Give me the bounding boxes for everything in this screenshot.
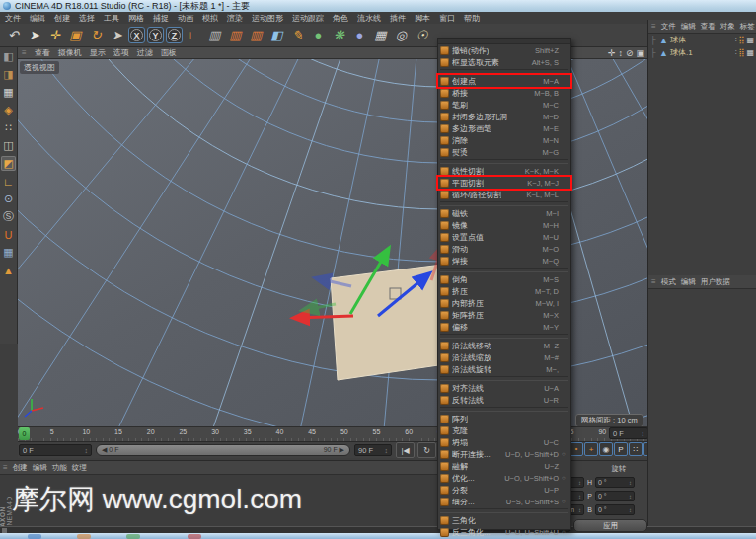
context-menu-item[interactable]: 设置点值 M~U ○ (438, 231, 570, 243)
toolbar-icon[interactable]: ● (350, 26, 369, 44)
object-name[interactable]: 球体.1 (670, 47, 693, 58)
toolbar-icon[interactable]: ↶ (4, 26, 23, 44)
menu-bar-item[interactable]: 捕捉 (153, 13, 169, 24)
mode-toolbar-icon[interactable]: ▦ (1, 85, 16, 100)
toolbar-icon[interactable]: ✛ (45, 26, 64, 44)
toolbar-icon[interactable]: ◧ (267, 26, 286, 44)
menu-bar-item[interactable]: 帮助 (464, 13, 480, 24)
context-menu-item[interactable]: 滑动 M~O ○ (438, 243, 570, 255)
context-menu-item[interactable]: 镜像 M~H ○ (438, 219, 570, 231)
viewport-panel-icon[interactable]: ≡ (22, 48, 27, 57)
toolbar-icon[interactable]: ● (309, 26, 328, 44)
context-menu-item[interactable]: 磁铁 M~I ○ (438, 207, 570, 219)
object-row[interactable]: ├ ▲ 球体 ∶ ⣿ ▦ (648, 34, 756, 46)
toolbar-icon[interactable]: ▦ (371, 26, 390, 44)
context-menu-item[interactable]: 沿法线移动 M~Z ○ (438, 340, 570, 351)
toolbar-icon[interactable]: ↻ (87, 26, 106, 44)
menu-bar-item[interactable]: 选择 (79, 13, 95, 24)
record-icon[interactable]: ∷ (629, 442, 643, 456)
context-menu-item[interactable]: 三角化 ○ (438, 514, 570, 526)
mm-menu-function[interactable]: 功能 (52, 463, 67, 473)
mode-toolbar-icon[interactable]: U (1, 227, 16, 242)
mode-toolbar-icon[interactable]: ▲ (1, 263, 16, 277)
menu-bar-item[interactable]: 动画 (178, 13, 193, 24)
uvw-tag-icon[interactable]: ▦ (746, 48, 754, 57)
menu-bar-item[interactable]: 模拟 (202, 13, 218, 24)
context-menu-item[interactable]: 线性切割 K~K, M~K ○ (438, 165, 570, 177)
toolbar-icon[interactable]: ◎ (392, 26, 411, 44)
context-menu-item[interactable]: 封闭多边形孔洞 M~D ○ (438, 111, 570, 122)
viewport-menu-options[interactable]: 选项 (113, 47, 129, 58)
mode-toolbar-icon[interactable]: ∟ (1, 174, 16, 189)
om-menu-edit[interactable]: 编辑 (681, 22, 696, 32)
selected-polygon[interactable] (331, 265, 452, 380)
object-name[interactable]: 球体 (670, 35, 686, 45)
toolbar-icon[interactable]: ✎ (288, 26, 307, 44)
context-menu-item[interactable]: 笔刷 M~C ○ (438, 99, 570, 111)
viewport-menu-panel[interactable]: 面板 (161, 47, 177, 58)
am-menu-userdata[interactable]: 用户数据 (701, 277, 730, 287)
timeline-range-slider[interactable]: ◀ 0 F 90 F ▶ (96, 444, 350, 456)
mode-toolbar-icon[interactable]: ⊙ (1, 192, 16, 206)
toolbar-icon[interactable]: ▥ (247, 26, 265, 44)
am-menu-edit[interactable]: 编辑 (681, 277, 696, 287)
mode-toolbar-icon[interactable]: ◨ (1, 67, 16, 82)
viewport-menu-view[interactable]: 查看 (35, 47, 50, 58)
record-icon[interactable]: + (584, 442, 598, 456)
toolbar-icon[interactable]: ▥ (226, 26, 245, 44)
context-menu-item[interactable]: 沿法线旋转 M~, ○ (438, 363, 570, 375)
context-menu-item[interactable]: ○ (440, 508, 568, 513)
mode-toolbar-icon[interactable]: ◫ (1, 138, 16, 153)
mm-menu-edit[interactable]: 编辑 (33, 463, 47, 473)
context-menu-item[interactable]: ○ (440, 201, 568, 206)
om-menu-view[interactable]: 查看 (701, 22, 716, 32)
context-menu-item[interactable]: 撤销(动作) Shift+Z ○ (438, 44, 570, 56)
context-menu-item[interactable]: 熨烫 M~G ○ (438, 146, 570, 158)
spinner-icon[interactable]: ↕ (385, 447, 389, 454)
context-menu-item[interactable]: 坍塌 U~C ○ (438, 436, 570, 448)
context-menu-item[interactable]: 倒角 M~S ○ (438, 273, 570, 285)
menu-bar-item[interactable]: 流水线 (357, 13, 381, 24)
om-menu-file[interactable]: 文件 (661, 22, 676, 32)
mode-toolbar-icon[interactable]: ∷ (1, 120, 16, 135)
apply-button[interactable]: 应用 (573, 519, 647, 532)
context-menu-item[interactable]: ○ (440, 334, 568, 339)
context-menu-item[interactable]: 反转法线 U~R ○ (438, 394, 570, 406)
record-icon[interactable]: ⬩ (569, 442, 583, 456)
context-menu-item[interactable]: 细分... U~S, U~Shift+S ○ (438, 496, 570, 507)
context-menu-item[interactable]: ○ (440, 376, 568, 381)
menu-bar-item[interactable]: 文件 (5, 13, 21, 24)
mode-toolbar-icon[interactable]: ▦ (1, 245, 16, 260)
menu-bar-item[interactable]: 角色 (333, 13, 348, 24)
menu-bar-item[interactable]: 运动图形 (252, 13, 283, 24)
menu-bar-item[interactable]: 渲染 (227, 13, 243, 24)
uvw-tag-icon[interactable]: ▦ (746, 36, 754, 44)
toolbar-icon[interactable]: ❋ (330, 26, 348, 44)
toolbar-icon[interactable]: ▣ (66, 26, 85, 44)
toolbar-icon[interactable]: ▥ (205, 26, 224, 44)
context-menu-item[interactable]: 多边形画笔 M~E ○ (438, 122, 570, 134)
mode-toolbar-icon[interactable]: ◩ (1, 156, 16, 171)
context-menu-item[interactable]: 分裂 U~P ○ (438, 484, 570, 496)
playback-button[interactable]: |◀ (396, 442, 415, 458)
mode-toolbar-icon[interactable]: ◧ (1, 49, 16, 64)
menu-bar-item[interactable]: 网格 (128, 13, 144, 24)
object-row[interactable]: ├ ▲ 球体.1 ∶ ⣿ ▦ (648, 46, 756, 59)
angle-field[interactable]: 0 ° ↕ (595, 491, 635, 501)
menu-bar-item[interactable]: 创建 (54, 13, 70, 24)
am-menu-mode[interactable]: 模式 (661, 277, 676, 287)
context-menu-item[interactable]: 阵列 ○ (438, 413, 570, 424)
menu-bar-item[interactable]: 编辑 (30, 13, 45, 24)
toolbar-icon[interactable]: ➤ (108, 26, 126, 44)
timeline-playhead[interactable]: 0 (19, 427, 30, 440)
toolbar-icon[interactable]: ∟ (185, 26, 203, 44)
context-menu-item[interactable]: 矩阵挤压 M~X ○ (438, 309, 570, 321)
viewport-nav-icon[interactable]: ▣ (636, 48, 644, 58)
context-menu-item[interactable]: 循环/路径切割 K~L, M~L ○ (438, 189, 570, 200)
record-icon[interactable]: P (614, 442, 628, 456)
playback-button[interactable]: ↻ (417, 442, 436, 458)
windows-taskbar[interactable] (0, 533, 756, 539)
toolbar-icon[interactable]: Z (166, 27, 183, 43)
angle-field[interactable]: 0 ° ↕ (595, 477, 635, 488)
frame-field-right[interactable]: 0 F ↕ (609, 427, 648, 439)
